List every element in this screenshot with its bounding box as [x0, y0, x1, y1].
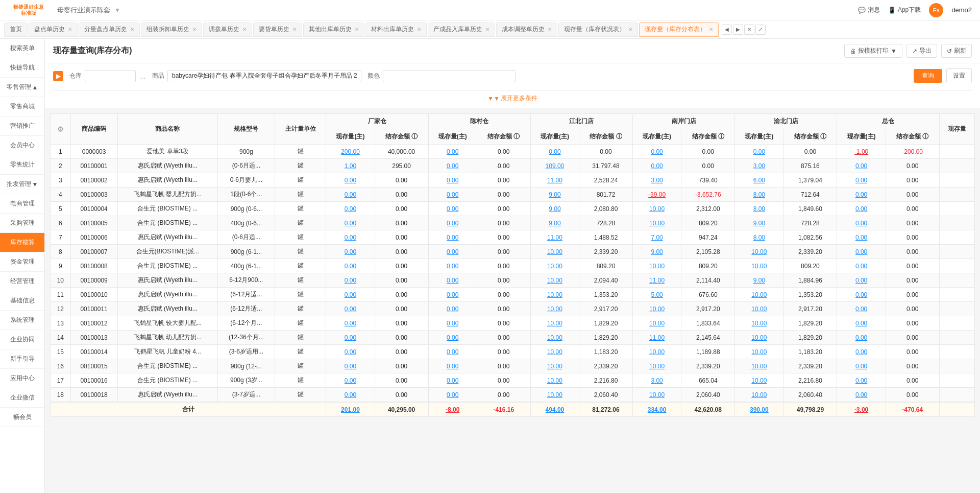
app-download-button[interactable]: 📱 App下载: [888, 6, 921, 14]
summary-na-qty[interactable]: 334.00: [632, 402, 681, 417]
table-row: 1200100011惠氏启赋 (Wyeth illu...(6-12月适...罐…: [51, 302, 975, 316]
col-total-amt: 结存金额 ⓘ: [886, 129, 939, 145]
sidebar-item-quicknav[interactable]: 快捷导航: [0, 58, 44, 78]
summary-yb-qty[interactable]: 390.00: [735, 402, 783, 417]
col-settings: ⚙: [51, 114, 71, 145]
table-container: ⚙ 商品编码 商品名称 规格型号 主计量单位 厂家仓 陈村仓 江北门店 南岸门店…: [45, 108, 980, 422]
col-total-header: 总仓: [837, 114, 939, 129]
summary-chen-amt: -416.16: [477, 402, 530, 417]
refresh-button[interactable]: ↺ 刷新: [941, 44, 972, 58]
gear-icon[interactable]: ⚙: [57, 125, 64, 133]
tab-inventory-check-history[interactable]: 盘点单历史 ✕: [29, 22, 78, 37]
col-name-header: 商品名称: [117, 114, 217, 145]
col-yubei-header: 渝北门店: [735, 114, 837, 129]
summary-current-qty: [939, 402, 974, 417]
sidebar-item-retail-mgmt[interactable]: 零售管理 ▲: [0, 78, 44, 97]
summary-total-qty[interactable]: -3.00: [837, 402, 886, 417]
warehouse-ellipsis[interactable]: …: [139, 72, 146, 80]
tab-stock-distribution[interactable]: 现存量（库存分布表） ✕: [639, 22, 719, 37]
close-tab-inventory-check[interactable]: ✕: [68, 27, 72, 32]
summary-jb-qty[interactable]: 494.00: [530, 402, 579, 417]
tab-material-outbound[interactable]: 材料出库单历史 ✕: [365, 22, 427, 37]
sidebar-item-basic-info[interactable]: 基础信息: [0, 291, 44, 311]
close-tab-product[interactable]: ✕: [485, 27, 489, 32]
tab-navigation: ◀ ▶ ✕ ⤢: [722, 25, 766, 35]
filter-collapse-button[interactable]: ▶: [53, 71, 63, 81]
col-yb-amt: 结存金额 ⓘ: [783, 129, 837, 145]
sidebar-item-marketing[interactable]: 营销推广: [0, 116, 44, 136]
sidebar-item-search[interactable]: 搜索英单: [0, 39, 44, 58]
table-row: 10000003爱他美 卓萃3段900g罐200.0040,000.000.00…: [51, 145, 975, 159]
sidebar-item-wholesale-mgmt[interactable]: 批发管理 ▼: [0, 175, 44, 194]
sidebar-item-retail-mall[interactable]: 零售商城: [0, 97, 44, 116]
sidebar-item-retail-stats[interactable]: 零售统计: [0, 155, 44, 175]
sidebar-item-app-center[interactable]: 应用中心: [0, 369, 44, 388]
tab-product-inbound[interactable]: 产成品入库单历史 ✕: [428, 22, 495, 37]
close-tab-material[interactable]: ✕: [417, 27, 421, 32]
setting-button[interactable]: 设置: [946, 68, 972, 83]
tab-close-button[interactable]: ✕: [744, 25, 754, 35]
close-tab-stock-status[interactable]: ✕: [628, 27, 632, 32]
summary-row: 合计 201.00 40,295.00 -8.00 -416.16 494.00…: [51, 402, 975, 417]
tab-cost-adjustment[interactable]: 成本调整单历史 ✕: [496, 22, 557, 37]
close-tab-transfer[interactable]: ✕: [242, 27, 247, 32]
sidebar-item-wechat[interactable]: 企业微信: [0, 388, 44, 408]
message-button[interactable]: 💬 消息: [858, 6, 880, 14]
close-tab-stock-dist[interactable]: ✕: [709, 27, 713, 32]
main-layout: 搜索英单 快捷导航 零售管理 ▲ 零售商城 营销推广 会员中心 零售统计 批发管…: [0, 39, 980, 493]
tab-expand-button[interactable]: ⤢: [755, 25, 766, 35]
close-tab-cost[interactable]: ✕: [548, 27, 552, 32]
sidebar-item-guide[interactable]: 新手引导: [0, 349, 44, 369]
export-button[interactable]: ↗ 导出: [906, 44, 937, 58]
phone-icon: 📱: [888, 7, 896, 14]
summary-jb-amt: 81,272.06: [579, 402, 633, 417]
table-row: 1400100013飞鹤星飞帆 幼儿配方奶...(12-36个月...罐0.00…: [51, 331, 975, 345]
tab-next-button[interactable]: ▶: [733, 25, 743, 35]
sidebar-item-finance[interactable]: 资金管理: [0, 252, 44, 272]
close-tab-other-out[interactable]: ✕: [355, 27, 359, 32]
print-button[interactable]: 🖨 按模板打印 ▼: [844, 44, 902, 58]
summary-chen-qty[interactable]: -8.00: [428, 402, 477, 417]
table-row: 1500100014飞鹤星飞帆 儿童奶粉 4...(3-6岁适用...罐0.00…: [51, 345, 975, 359]
tab-transfer-history[interactable]: 调拨单历史 ✕: [203, 22, 252, 37]
refresh-icon: ↺: [947, 48, 952, 55]
tab-prev-button[interactable]: ◀: [722, 25, 732, 35]
sidebar-item-operations[interactable]: 经营管理: [0, 272, 44, 291]
filter-row-1: ▶ 仓库 … 商品 颜色 查询 设置: [53, 68, 972, 83]
close-tab-assembly[interactable]: ✕: [192, 27, 197, 32]
tab-other-outbound[interactable]: 其他出库单历史 ✕: [303, 22, 364, 37]
expand-filter-button[interactable]: ▼▼ 展开更多条件: [487, 94, 537, 103]
col-chen-header: 陈村仓: [428, 114, 530, 129]
avatar[interactable]: Ea: [929, 3, 943, 17]
tab-assembly-history[interactable]: 组装拆卸单历史 ✕: [141, 22, 202, 37]
table-row: 1700100016合生元 (BIOSTIME) ...900g (3岁...罐…: [51, 373, 975, 388]
nav-dropdown-icon[interactable]: ▼: [114, 7, 120, 14]
warehouse-input[interactable]: [85, 70, 136, 82]
sidebar-item-purchase[interactable]: 采购管理: [0, 214, 44, 233]
goods-input[interactable]: [167, 70, 361, 82]
col-yb-qty: 现存量(主): [735, 129, 783, 145]
tab-sub-inventory-history[interactable]: 分量盘点单历史 ✕: [79, 22, 140, 37]
col-current-qty-header: 现存量: [939, 114, 974, 145]
close-tab-requisition[interactable]: ✕: [292, 27, 297, 32]
sidebar-item-inventory[interactable]: 库存核算: [0, 233, 44, 252]
filter-bar: ▶ 仓库 … 商品 颜色 查询 设置: [45, 63, 980, 108]
filter-color: 颜色: [368, 70, 516, 82]
query-button[interactable]: 查询: [914, 69, 942, 83]
sidebar-item-member-plus[interactable]: 畅会员: [0, 408, 44, 427]
summary-fac-qty[interactable]: 201.00: [326, 402, 375, 417]
sidebar-item-enterprise[interactable]: 企业协同: [0, 330, 44, 349]
sidebar-item-system[interactable]: 系统管理: [0, 311, 44, 330]
sidebar-item-member[interactable]: 会员中心: [0, 136, 44, 155]
nav-label: 母婴行业演示陈套: [57, 6, 110, 15]
table-row: 700100006惠氏启赋 (Wyeth illu...(0-6月适...罐0.…: [51, 230, 975, 245]
inventory-table: ⚙ 商品编码 商品名称 规格型号 主计量单位 厂家仓 陈村仓 江北门店 南岸门店…: [50, 113, 975, 417]
tab-stock-status[interactable]: 现存量（库存状况表） ✕: [558, 22, 638, 37]
col-spec-header: 规格型号: [217, 114, 275, 145]
close-tab-sub[interactable]: ✕: [130, 27, 134, 32]
tab-home[interactable]: 首页: [4, 22, 28, 37]
print-icon: 🖨: [850, 48, 856, 55]
color-input[interactable]: [383, 70, 516, 82]
sidebar-item-ecommerce[interactable]: 电商管理: [0, 194, 44, 214]
tab-requisition-history[interactable]: 要货单历史 ✕: [253, 22, 302, 37]
